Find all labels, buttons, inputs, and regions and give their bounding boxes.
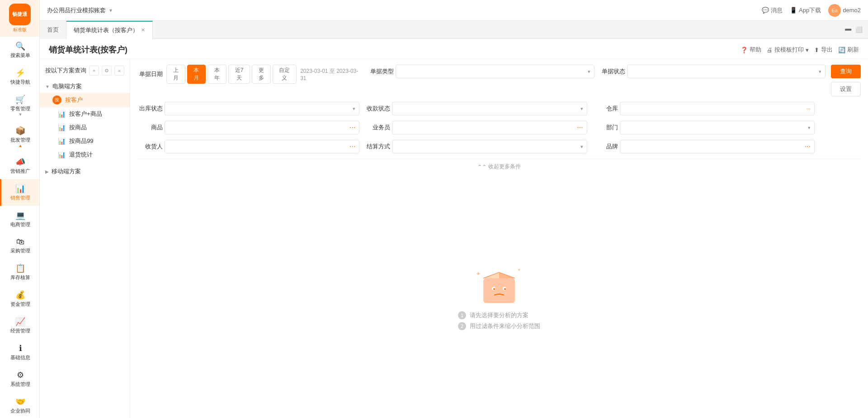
warehouse-dots-icon: ··· xyxy=(807,106,811,111)
message-button[interactable]: 💬 消息 xyxy=(762,6,783,14)
sidebar-item-label: 资金管理 xyxy=(10,301,30,308)
filter-payment-status: 收款状态 ▾ xyxy=(365,102,587,115)
payment-status-label: 收款状态 xyxy=(365,104,390,113)
refresh-button[interactable]: 🔄 刷新 xyxy=(838,46,859,54)
sidebar-item-inventory[interactable]: 📋 库存核算 xyxy=(0,259,39,285)
empty-tip-2: 2 用过滤条件来缩小分析范围 xyxy=(458,322,540,330)
scheme-item-return-stats[interactable]: 📊 退货统计 xyxy=(40,148,130,162)
refresh-icon: 🔄 xyxy=(838,47,845,53)
order-type-select[interactable]: ▾ xyxy=(396,65,594,78)
logo-icon: 畅捷通 xyxy=(9,4,31,25)
content-area: 销货单统计表(按客户) ❓ 帮助 🖨 按模板打印 ▾ ⬆ 导出 🔄 刷新 xyxy=(40,39,868,418)
sidebar-item-marketing[interactable]: 📣 营销推广 xyxy=(0,152,39,179)
main-area: 办公用品行业模拟账套 ▾ 💬 消息 📱 App下载 Ea demo2 首页 xyxy=(40,0,868,418)
operation-icon: 📈 xyxy=(15,317,25,327)
scheme-add-button[interactable]: + xyxy=(89,66,99,76)
sidebar-item-purchase[interactable]: 🛍 采购管理 xyxy=(0,233,39,259)
inventory-icon: 📋 xyxy=(15,263,25,273)
svg-point-3 xyxy=(493,288,495,290)
sidebar-item-label: 系统管理 xyxy=(10,381,30,388)
filter-date-area: 单据日期 上月 本月 本年 近7天 更多 自定义 2023-03-01 至 20… xyxy=(137,65,363,84)
recipient-dots-icon[interactable]: ··· xyxy=(349,142,355,151)
scheme-group-mobile-header[interactable]: ▶ 移动端方案 xyxy=(40,165,130,178)
topbar-dropdown-icon[interactable]: ▾ xyxy=(109,7,112,14)
date-btn-this-year[interactable]: 本年 xyxy=(208,65,226,84)
collapse-label: 收起更多条件 xyxy=(488,163,521,171)
scheme-item-customer-goods[interactable]: 📊 按客户+商品 xyxy=(40,107,130,121)
help-icon: ❓ xyxy=(741,47,748,53)
app-download-button[interactable]: 📱 App下载 xyxy=(790,6,821,14)
export-button[interactable]: ⬆ 导出 xyxy=(814,46,833,54)
scheme-panel-title: 按以下方案查询 xyxy=(45,66,86,75)
tab-home[interactable]: 首页 xyxy=(40,21,66,39)
tip-number-1: 1 xyxy=(458,311,466,319)
scheme-group-mobile-label: 移动端方案 xyxy=(52,167,81,176)
payment-status-select[interactable]: ▾ xyxy=(392,102,587,115)
out-status-select[interactable]: ▾ xyxy=(165,102,359,115)
sidebar-item-label: 批发管理 xyxy=(10,137,30,143)
scheme-collapse-button[interactable]: « xyxy=(114,66,124,76)
query-button[interactable]: 查询 xyxy=(831,65,861,78)
avatar: Ea xyxy=(828,4,841,17)
scheme-item-by-customer[interactable]: 按 按客户 xyxy=(40,93,130,107)
sidebar-item-wholesale[interactable]: 📦 批发管理 ▲ xyxy=(0,121,39,152)
salesperson-select[interactable]: ··· xyxy=(392,121,587,134)
filter-order-status: 单据状态 ▾ xyxy=(600,65,826,78)
warehouse-label: 仓库 xyxy=(593,104,618,113)
date-btn-this-month[interactable]: 本月 xyxy=(187,65,206,84)
scheme-group-pc-header[interactable]: ▼ 电脑端方案 xyxy=(40,80,130,93)
tab-close-icon[interactable]: ✕ xyxy=(141,27,145,33)
scheme-settings-button[interactable]: ⚙ xyxy=(102,66,112,76)
topbar-right: 💬 消息 📱 App下载 Ea demo2 xyxy=(762,4,861,17)
goods-dots-icon[interactable]: ··· xyxy=(349,124,355,132)
date-btn-7days[interactable]: 近7天 xyxy=(228,65,250,84)
recipient-select[interactable]: ··· xyxy=(165,140,359,153)
filter-row-2: 出库状态 ▾ 收款状态 ▾ xyxy=(137,102,861,115)
date-btn-last-month[interactable]: 上月 xyxy=(166,65,185,84)
brand-select[interactable]: ··· xyxy=(620,140,815,153)
salesperson-dots-icon[interactable]: ··· xyxy=(577,124,583,132)
scheme-item-goods99[interactable]: 📊 按商品99 xyxy=(40,134,130,148)
page-header: 销货单统计表(按客户) ❓ 帮助 🖨 按模板打印 ▾ ⬆ 导出 🔄 刷新 xyxy=(40,39,868,59)
filter-out-status: 出库状态 ▾ xyxy=(137,102,359,115)
refresh-label: 刷新 xyxy=(847,46,859,54)
sidebar-item-quicknav[interactable]: ⚡ 快捷导航 xyxy=(0,63,39,90)
sidebar-item-finance[interactable]: 💰 资金管理 xyxy=(0,285,39,312)
date-btn-custom[interactable]: 自定义 xyxy=(273,65,297,84)
settings-button[interactable]: 设置 xyxy=(831,82,861,96)
svg-text:✦: ✦ xyxy=(513,280,516,284)
app-icon: 📱 xyxy=(790,7,797,14)
brand-dots-icon[interactable]: ··· xyxy=(805,142,811,151)
settlement-dropdown-icon: ▾ xyxy=(580,144,583,150)
sidebar-item-system[interactable]: ⚙ 系统管理 xyxy=(0,366,39,392)
goods-select[interactable]: ··· xyxy=(165,121,359,134)
settlement-select[interactable]: ▾ xyxy=(392,140,587,153)
topbar-left: 办公用品行业模拟账套 ▾ xyxy=(47,6,112,14)
warehouse-select[interactable]: ··· xyxy=(620,102,815,115)
user-profile[interactable]: Ea demo2 xyxy=(828,4,861,17)
marketing-icon: 📣 xyxy=(15,157,25,167)
sidebar-item-basic[interactable]: ℹ 基础信息 xyxy=(0,339,39,366)
date-btn-more[interactable]: 更多 xyxy=(252,65,271,84)
maximize-button[interactable]: ⬜ xyxy=(855,26,863,33)
sidebar-item-ecommerce[interactable]: 💻 电商管理 xyxy=(0,206,39,233)
out-status-label: 出库状态 xyxy=(137,104,163,113)
sidebar-item-collab[interactable]: 🤝 企业协同 xyxy=(0,392,39,418)
tab-window-buttons: ➖ ⬜ xyxy=(844,26,868,33)
collapse-button[interactable]: ⌃⌃ 收起更多条件 xyxy=(137,159,861,174)
scheme-item-by-goods[interactable]: 📊 按商品 xyxy=(40,121,130,134)
sidebar-item-sales[interactable]: 📊 销售管理 xyxy=(0,179,39,206)
settlement-label: 结算方式 xyxy=(365,142,390,151)
department-select[interactable]: ▾ xyxy=(620,121,815,134)
sales-icon: 📊 xyxy=(15,184,25,194)
minimize-button[interactable]: ➖ xyxy=(844,26,852,33)
print-button[interactable]: 🖨 按模板打印 ▾ xyxy=(767,46,809,54)
help-button[interactable]: ❓ 帮助 xyxy=(741,46,761,54)
sidebar-item-search[interactable]: 🔍 搜索菜单 xyxy=(0,37,39,63)
sidebar-item-retail[interactable]: 🛒 零售管理 ▼ xyxy=(0,90,39,121)
tab-home-label: 首页 xyxy=(47,26,59,34)
sidebar-item-operation[interactable]: 📈 经营管理 xyxy=(0,312,39,339)
order-status-select[interactable]: ▾ xyxy=(627,65,826,78)
tab-sales-stats[interactable]: 销货单统计表（按客户） ✕ xyxy=(66,21,153,39)
out-status-dropdown-icon: ▾ xyxy=(353,106,355,112)
